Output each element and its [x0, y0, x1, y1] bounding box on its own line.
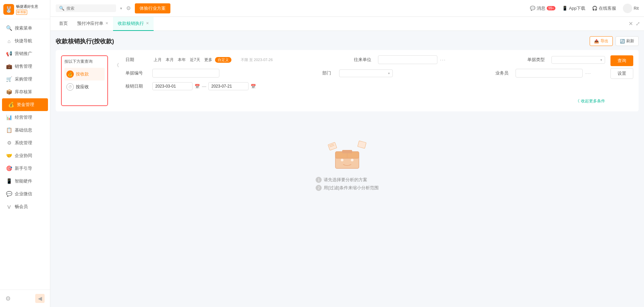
sidebar-item-enterprise[interactable]: 🤝 企业协同 — [0, 149, 50, 162]
avatar — [623, 4, 632, 13]
voucher-no-input[interactable] — [152, 69, 219, 78]
writeoff-date-start-cal-icon[interactable]: 📅 — [195, 84, 200, 89]
counterparty-field: ··· — [378, 55, 446, 64]
app-download-action[interactable]: 📱 App下载 — [562, 5, 585, 11]
message-action[interactable]: 💬 消息 99+ — [530, 5, 555, 11]
top-bar: 🔍 ▾ ⚙ 体验行业方案 💬 消息 99+ 📱 App下载 🎧 在线客服 — [50, 0, 644, 17]
page-header-actions: 📤 导出 🔄 刷新 — [590, 36, 639, 46]
writeoff-date-separator: — — [202, 84, 206, 89]
sidebar-label-basic-info: 基础信息 — [15, 127, 32, 133]
date-btn-this-month[interactable]: 本月 — [164, 56, 175, 63]
sidebar-item-search[interactable]: 🔍 搜索菜单 — [0, 22, 50, 35]
filter-settings-button[interactable]: 设置 — [610, 68, 633, 79]
tab-home[interactable]: 首页 — [54, 17, 72, 31]
sidebar-item-finance[interactable]: 💰 资金管理 — [2, 98, 48, 111]
sidebar-item-inventory[interactable]: 📦 库存核算 — [0, 86, 50, 98]
voucher-type-select[interactable]: ▾ — [551, 56, 605, 64]
export-label: 导出 — [600, 38, 608, 44]
writeoff-date-end-cal-icon[interactable]: 📅 — [251, 84, 256, 89]
staff-field: ··· — [516, 69, 605, 78]
collapse-sidebar-button[interactable]: ◀ — [35, 294, 45, 303]
sidebar-item-guide[interactable]: 🎯 新手引导 — [0, 162, 50, 175]
query-collapse-arrow[interactable]: 《 — [113, 55, 120, 75]
counterparty-input[interactable] — [378, 55, 437, 64]
date-btn-this-year[interactable]: 本年 — [176, 56, 187, 63]
query-button[interactable]: 查询 — [610, 55, 633, 66]
search-input[interactable] — [66, 6, 107, 11]
department-arrow-icon: ▾ — [388, 71, 390, 75]
home-icon: ⌂ — [6, 38, 12, 44]
voucher-type-label: 单据类型 — [527, 57, 545, 63]
staff-dots[interactable]: ··· — [585, 70, 591, 76]
tab-bar-actions: ✕ ⤢ — [629, 20, 640, 27]
tab-receipt-offset-close-icon[interactable]: ✕ — [146, 21, 149, 25]
filter-panel: 按以下方案查询 💰 按收款 ⏱ 按应收 《 日期 上月 — [56, 50, 639, 111]
user-profile[interactable]: Rit — [623, 4, 639, 13]
collapse-conditions-label: 收起更多条件 — [581, 98, 605, 104]
writeoff-date-end-input[interactable] — [208, 82, 249, 90]
sidebar-item-marketing[interactable]: 📢 营销推广 — [0, 47, 50, 60]
settings-icon[interactable]: ⚙ — [5, 295, 11, 302]
tab-receipt-offset[interactable]: 收款核销执行 ✕ — [113, 17, 154, 31]
sidebar-item-wechat[interactable]: 💬 企业微信 — [0, 188, 50, 200]
user-name: Rit — [634, 6, 639, 11]
empty-state: 1 请先选择要分析的方案 2 用[过滤]条件来缩小分析范围 — [56, 111, 639, 218]
sidebar-item-sales[interactable]: 💼 销售管理 — [0, 60, 50, 73]
tab-prepay-close-icon[interactable]: ✕ — [105, 21, 108, 25]
date-btn-7days[interactable]: 近7天 — [189, 56, 202, 63]
filter-form: 日期 上月 本月 本年 近7天 更多 自定义 不限 至 2023-07-26 往 — [125, 55, 605, 106]
sidebar-item-operations[interactable]: 📊 经营管理 — [0, 111, 50, 124]
topbar-gear-icon[interactable]: ⚙ — [126, 5, 131, 11]
tab-prepay[interactable]: 预付冲应付单 ✕ — [72, 17, 113, 31]
tab-close-all-icon[interactable]: ✕ — [629, 20, 633, 27]
vip-icon: V — [6, 204, 12, 210]
collapse-conditions-button[interactable]: 《 收起更多条件 — [576, 96, 605, 106]
date-custom-tag[interactable]: 自定义 — [215, 57, 231, 63]
sidebar-item-hardware[interactable]: 📱 智能硬件 — [0, 175, 50, 188]
staff-input[interactable] — [516, 69, 583, 78]
empty-tips: 1 请先选择要分析的方案 2 用[过滤]条件来缩小分析范围 — [316, 177, 378, 191]
operations-icon: 📊 — [6, 114, 12, 120]
export-icon: 📤 — [594, 39, 599, 44]
export-button[interactable]: 📤 导出 — [590, 36, 613, 46]
date-btn-last-month[interactable]: 上月 — [152, 56, 163, 63]
guide-icon: 🎯 — [6, 165, 12, 171]
inventory-icon: 📦 — [6, 89, 12, 95]
online-service-label: 在线客服 — [599, 5, 616, 11]
main-area: 🔍 ▾ ⚙ 体验行业方案 💬 消息 99+ 📱 App下载 🎧 在线客服 — [50, 0, 644, 307]
filter-row-writeoff: 核销日期 📅 — 📅 — [125, 82, 605, 90]
page-title: 收款核销执行(按收款) — [56, 37, 114, 45]
refresh-button[interactable]: 🔄 刷新 — [615, 36, 639, 46]
sidebar-label-finance: 资金管理 — [17, 102, 34, 108]
message-icon: 💬 — [530, 6, 535, 11]
sidebar-label-guide: 新手引导 — [15, 165, 32, 171]
online-service-action[interactable]: 🎧 在线客服 — [592, 5, 616, 11]
sidebar-item-quick-nav[interactable]: ⌂ 快捷导航 — [0, 35, 50, 47]
search-bar[interactable]: 🔍 — [56, 4, 116, 12]
tab-prepay-label: 预付冲应付单 — [77, 20, 103, 27]
hardware-icon: 📱 — [6, 178, 12, 184]
writeoff-date-start-input[interactable] — [152, 82, 193, 90]
svg-point-4 — [341, 159, 343, 161]
department-label: 部门 — [322, 70, 332, 76]
query-option-by-receivable[interactable]: ⏱ 按应收 — [64, 81, 105, 93]
sidebar: 🐰 畅捷通好生意 标准版 🔍 搜索菜单 ⌂ 快捷导航 📢 营销推广 💼 销售管理… — [0, 0, 50, 307]
date-btn-more[interactable]: 更多 — [203, 56, 214, 63]
department-select[interactable]: ▾ — [339, 69, 393, 77]
sidebar-nav: 🔍 搜索菜单 ⌂ 快捷导航 📢 营销推广 💼 销售管理 🛒 采购管理 📦 库存核… — [0, 19, 50, 290]
collapse-chevron-icon: 《 — [576, 98, 580, 104]
counterparty-dots[interactable]: ··· — [440, 57, 446, 62]
basic-info-icon: 📋 — [6, 127, 12, 133]
query-option-by-receipt[interactable]: 💰 按收款 — [64, 68, 105, 81]
filter-actions: 查询 设置 — [610, 55, 633, 106]
sidebar-item-vip[interactable]: V 畅会员 — [0, 200, 50, 213]
tip-num-1: 1 — [316, 177, 322, 183]
sidebar-label-search: 搜索菜单 — [15, 25, 32, 31]
industry-button[interactable]: 体验行业方案 — [135, 3, 170, 13]
sidebar-item-basic-info[interactable]: 📋 基础信息 — [0, 124, 50, 137]
svg-rect-6 — [328, 142, 337, 150]
sidebar-item-system[interactable]: ⚙ 系统管理 — [0, 137, 50, 149]
message-badge: 99+ — [547, 6, 555, 10]
tab-maximize-icon[interactable]: ⤢ — [636, 20, 640, 27]
sidebar-item-purchase[interactable]: 🛒 采购管理 — [0, 73, 50, 86]
